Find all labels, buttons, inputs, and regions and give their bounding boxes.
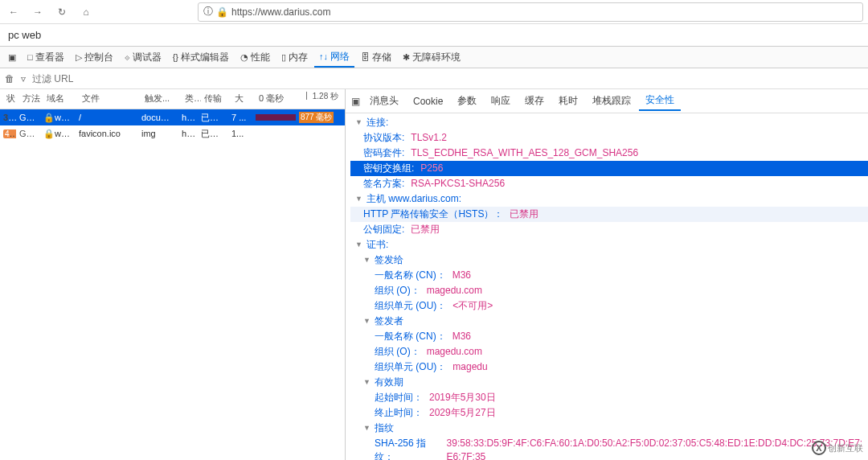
- home-icon[interactable]: ⌂: [77, 3, 95, 21]
- tab-timings[interactable]: 耗时: [552, 92, 584, 110]
- info-icon: ⓘ: [203, 5, 213, 18]
- tab-debugger[interactable]: ⟐调试器: [120, 48, 166, 67]
- security-tree: ▼连接: 协议版本:TLSv1.2 密码套件:TLS_ECDHE_RSA_WIT…: [346, 113, 868, 460]
- request-row[interactable]: 304 GET 🔒ww... / docum... ht... 已缓存 7 ..…: [0, 109, 345, 125]
- chevron-down-icon[interactable]: ▼: [363, 421, 371, 435]
- devtools-toolbar: ▣ □查看器 ▷控制台 ⟐调试器 {}样式编辑器 ◔性能 ▯内存 ↑↓网络 🗄存…: [0, 46, 868, 68]
- page-title: pc web: [0, 24, 868, 46]
- back-icon[interactable]: ←: [5, 3, 23, 21]
- request-list-header-timeline: 状 方法 域名 文件 触发... 类型 传输 大 0 毫秒 |1.28 秒: [0, 89, 345, 109]
- tab-cookies[interactable]: Cookie: [407, 93, 449, 109]
- tab-inspector[interactable]: □查看器: [23, 48, 69, 67]
- col-method[interactable]: 方法: [19, 91, 43, 107]
- request-row[interactable]: 404 GET 🔒ww... favicon.ico img ht... 已缓存…: [0, 125, 345, 142]
- tab-console[interactable]: ▷控制台: [71, 48, 118, 67]
- chevron-down-icon[interactable]: ▼: [355, 192, 363, 206]
- url-text: https://www.darius.com: [231, 6, 858, 18]
- chevron-down-icon[interactable]: ▼: [363, 314, 371, 328]
- filter-icon[interactable]: ▿: [21, 73, 26, 84]
- chevron-down-icon[interactable]: ▼: [363, 376, 371, 389]
- tab-accessibility[interactable]: ✱无障碍环境: [398, 48, 465, 67]
- tab-memory[interactable]: ▯内存: [276, 48, 313, 67]
- filter-input[interactable]: [32, 73, 153, 84]
- url-bar[interactable]: ⓘ 🔒 https://www.darius.com: [198, 2, 863, 22]
- tab-security[interactable]: 安全性: [639, 91, 681, 111]
- detail-tabs: ▣ 消息头 Cookie 参数 响应 缓存 耗时 堆栈跟踪 安全性: [346, 89, 868, 113]
- col-domain[interactable]: 域名: [43, 91, 79, 107]
- watermark: X 创新互联: [812, 441, 863, 455]
- selected-cipher-row[interactable]: 密钥交换组:P256: [350, 161, 868, 176]
- browser-navigation: ← → ↻ ⌂ ⓘ 🔒 https://www.darius.com: [0, 0, 868, 24]
- chevron-down-icon[interactable]: ▼: [363, 253, 371, 267]
- tab-stack[interactable]: 堆栈跟踪: [586, 92, 637, 110]
- tab-performance[interactable]: ◔性能: [235, 48, 275, 67]
- lock-icon: 🔒: [43, 129, 55, 138]
- request-list: 状 方法 域名 文件 触发... 类型 传输 大 0 毫秒 |1.28 秒 30…: [0, 89, 346, 460]
- tab-params[interactable]: 参数: [451, 92, 483, 110]
- devtools-dock-icon[interactable]: ▣: [3, 50, 21, 65]
- toggle-pane-icon[interactable]: ▣: [349, 96, 362, 107]
- chevron-down-icon[interactable]: ▼: [355, 238, 363, 252]
- col-size[interactable]: 大: [231, 91, 256, 107]
- network-filter-bar: 🗑 ▿: [0, 68, 868, 89]
- col-cause[interactable]: 触发...: [141, 91, 182, 107]
- trash-icon[interactable]: 🗑: [5, 73, 14, 84]
- chevron-down-icon[interactable]: ▼: [355, 116, 363, 129]
- tab-network[interactable]: ↑↓网络: [314, 47, 354, 68]
- col-file[interactable]: 文件: [79, 91, 141, 107]
- reload-icon[interactable]: ↻: [53, 3, 71, 21]
- tab-headers[interactable]: 消息头: [363, 92, 405, 110]
- lock-warning-icon: 🔒: [216, 6, 228, 18]
- col-type[interactable]: 类型: [182, 91, 201, 107]
- request-detail-panel: ▣ 消息头 Cookie 参数 响应 缓存 耗时 堆栈跟踪 安全性 ▼连接: 协…: [346, 89, 868, 460]
- watermark-logo-icon: X: [812, 441, 826, 455]
- col-time[interactable]: 0 毫秒: [256, 91, 305, 107]
- timing-bar: [256, 114, 296, 121]
- forward-icon[interactable]: →: [29, 3, 47, 21]
- col-transferred[interactable]: 传输: [201, 91, 231, 107]
- tab-response[interactable]: 响应: [485, 92, 517, 110]
- col-status[interactable]: 状: [3, 91, 19, 107]
- tab-style-editor[interactable]: {}样式编辑器: [168, 48, 234, 67]
- lock-icon: 🔒: [43, 113, 55, 122]
- tab-storage[interactable]: 🗄存储: [356, 48, 396, 67]
- tab-cache[interactable]: 缓存: [518, 92, 551, 110]
